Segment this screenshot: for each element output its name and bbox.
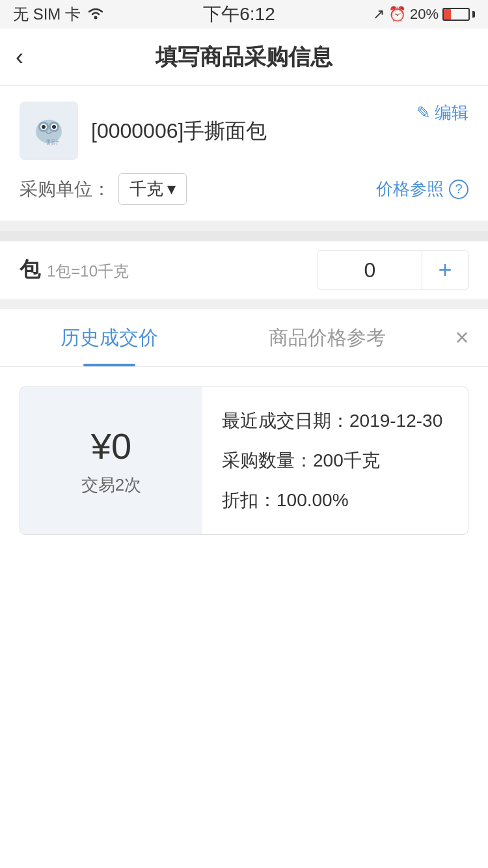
price-amount: ¥0 xyxy=(91,425,131,467)
page-title: 填写商品采购信息 xyxy=(156,42,332,72)
quantity-plus-button[interactable]: + xyxy=(422,251,468,290)
price-card: ¥0 交易2次 最近成交日期：2019-12-30 采购数量：200千克 折扣：… xyxy=(20,387,468,535)
status-right: ↗ ⏰ 20% xyxy=(373,6,475,23)
quantity-control: 0 + xyxy=(318,250,468,290)
tab-history-price-label: 历史成交价 xyxy=(61,325,158,351)
quantity-unit-sub: 1包=10千克 xyxy=(47,261,129,282)
product-name: [0000006]手撕面包 xyxy=(91,116,267,146)
quantity-row: 包 1包=10千克 0 + xyxy=(0,241,488,299)
back-button[interactable]: ‹ xyxy=(16,44,23,71)
wifi-icon xyxy=(86,5,105,23)
svg-point-7 xyxy=(52,125,56,129)
purchase-quantity-row: 采购数量：200千克 xyxy=(222,446,448,476)
edit-icon: ✎ xyxy=(416,103,431,123)
help-icon: ? xyxy=(449,180,468,199)
price-ref-label: 价格参照 xyxy=(376,178,444,200)
quantity-input[interactable]: 0 xyxy=(318,251,422,290)
quantity-label: 包 1包=10千克 xyxy=(20,256,129,284)
quantity-unit-main: 包 xyxy=(20,256,40,284)
tab-history-price[interactable]: 历史成交价 xyxy=(0,309,218,366)
product-icon: 割计 xyxy=(20,102,78,160)
recent-date-value: 2019-12-30 xyxy=(349,411,442,431)
unit-left: 采购单位： 千克 ▾ xyxy=(20,173,187,205)
recent-date-label: 最近成交日期： xyxy=(222,411,349,431)
status-left: 无 SIM 卡 xyxy=(13,4,105,25)
price-ref-button[interactable]: 价格参照 ? xyxy=(376,178,468,200)
tabs-close-button[interactable]: × xyxy=(436,309,488,366)
product-unit-row: 采购单位： 千克 ▾ 价格参照 ? xyxy=(20,173,468,205)
price-left: ¥0 交易2次 xyxy=(20,387,202,534)
discount-label: 折扣： xyxy=(222,490,277,510)
price-right: 最近成交日期：2019-12-30 采购数量：200千克 折扣：100.00% xyxy=(202,387,468,534)
alarm-icon: ⏰ xyxy=(388,6,406,23)
carrier-text: 无 SIM 卡 xyxy=(13,4,81,25)
unit-value: 千克 xyxy=(129,178,163,200)
battery-percent: 20% xyxy=(410,6,439,23)
unit-select[interactable]: 千克 ▾ xyxy=(118,173,187,205)
product-header: 割计 [0000006]手撕面包 ✎ 编辑 xyxy=(20,102,468,160)
currency-symbol: ¥ xyxy=(91,426,111,467)
location-icon: ↗ xyxy=(373,6,385,23)
unit-label: 采购单位： xyxy=(20,177,111,202)
purchase-quantity-value: 200千克 xyxy=(313,450,380,470)
product-thumbnail: 割计 xyxy=(29,109,68,154)
tab-price-reference[interactable]: 商品价格参考 xyxy=(218,309,436,366)
discount-value: 100.00% xyxy=(277,490,349,510)
svg-text:割计: 割计 xyxy=(46,139,59,146)
product-left: 割计 [0000006]手撕面包 xyxy=(20,102,267,160)
content-area xyxy=(0,554,488,868)
tab-price-reference-label: 商品价格参考 xyxy=(269,325,386,351)
edit-label: 编辑 xyxy=(435,102,468,124)
tabs-panel: 历史成交价 商品价格参考 × ¥0 交易2次 最近成交日期：2019-12-30… xyxy=(0,309,488,868)
edit-button[interactable]: ✎ 编辑 xyxy=(416,102,468,124)
dropdown-icon: ▾ xyxy=(167,179,176,199)
svg-point-0 xyxy=(94,16,98,20)
svg-point-6 xyxy=(42,125,46,129)
status-bar: 无 SIM 卡 下午6:12 ↗ ⏰ 20% xyxy=(0,0,488,29)
purchase-quantity-label: 采购数量： xyxy=(222,450,313,470)
nav-bar: ‹ 填写商品采购信息 xyxy=(0,29,488,86)
recent-date-row: 最近成交日期：2019-12-30 xyxy=(222,407,448,436)
discount-row: 折扣：100.00% xyxy=(222,486,448,515)
product-card: 割计 [0000006]手撕面包 ✎ 编辑 采购单位： 千克 ▾ 价格参照 ? xyxy=(0,86,488,221)
battery-icon xyxy=(442,8,475,21)
section-divider xyxy=(0,231,488,241)
price-transactions: 交易2次 xyxy=(81,474,141,496)
status-time: 下午6:12 xyxy=(203,2,275,27)
tabs-header: 历史成交价 商品价格参考 × xyxy=(0,309,488,367)
price-value: 0 xyxy=(111,426,131,467)
